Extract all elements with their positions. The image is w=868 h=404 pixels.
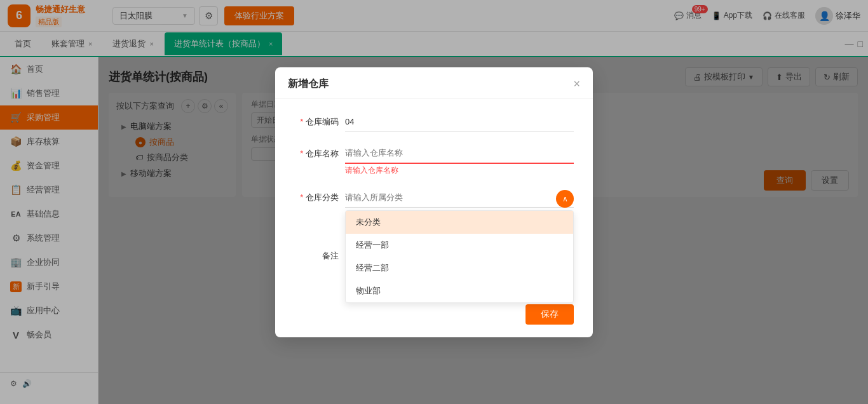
code-input[interactable] bbox=[345, 112, 574, 132]
category-control: ∧ 未分类 经营一部 经营二部 物业部 bbox=[345, 187, 574, 208]
modal-header: 新增仓库 × bbox=[275, 67, 593, 99]
name-input[interactable] bbox=[345, 144, 574, 164]
name-field-row: 仓库名称 请输入仓库名称 bbox=[294, 144, 574, 176]
dropdown-item-uncategorized[interactable]: 未分类 bbox=[346, 211, 573, 234]
modal-overlay: 新增仓库 × 仓库编码 仓库名称 请输入仓库名称 仓库分类 bbox=[0, 0, 868, 404]
name-control: 请输入仓库名称 bbox=[345, 144, 574, 176]
save-button[interactable]: 保存 bbox=[526, 304, 574, 325]
code-label: 仓库编码 bbox=[294, 112, 345, 128]
dropdown-item-dept3[interactable]: 物业部 bbox=[346, 279, 573, 302]
modal-title: 新增仓库 bbox=[288, 77, 329, 91]
name-error: 请输入仓库名称 bbox=[345, 165, 574, 176]
name-label: 仓库名称 bbox=[294, 144, 345, 159]
modal-body: 仓库编码 仓库名称 请输入仓库名称 仓库分类 ∧ bbox=[275, 99, 593, 297]
modal-close-button[interactable]: × bbox=[573, 78, 580, 90]
add-warehouse-modal: 新增仓库 × 仓库编码 仓库名称 请输入仓库名称 仓库分类 bbox=[275, 67, 593, 337]
code-control bbox=[345, 112, 574, 132]
notes-label: 备注 bbox=[294, 246, 345, 262]
category-dropdown-list: 未分类 经营一部 经营二部 物业部 bbox=[345, 210, 574, 303]
dropdown-toggle-button[interactable]: ∧ bbox=[556, 190, 574, 208]
code-field-row: 仓库编码 bbox=[294, 112, 574, 132]
dropdown-item-dept1[interactable]: 经营一部 bbox=[346, 234, 573, 257]
dropdown-item-dept2[interactable]: 经营二部 bbox=[346, 257, 573, 279]
category-input[interactable] bbox=[345, 187, 574, 208]
category-label: 仓库分类 bbox=[294, 187, 345, 203]
dropdown-arrow-icon: ∧ bbox=[562, 194, 568, 203]
category-field-row: 仓库分类 ∧ 未分类 经营一部 经营二部 物业部 bbox=[294, 187, 574, 208]
